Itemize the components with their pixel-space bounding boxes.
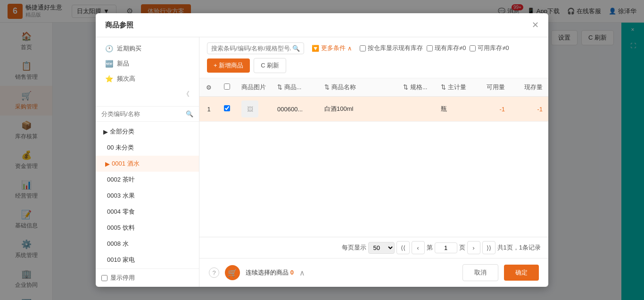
image-icon: 🖼 bbox=[247, 106, 253, 113]
th-name: ⇅ 商品名称 bbox=[319, 78, 397, 97]
row-index: 1 bbox=[199, 97, 218, 122]
cat-item-0001[interactable]: ▶ 0001 酒水 bbox=[96, 156, 199, 172]
modal-close-button[interactable]: ✕ bbox=[532, 20, 539, 30]
category-search: 🔍 bbox=[96, 107, 199, 122]
cat-item-all[interactable]: ▶ 全部分类 bbox=[96, 124, 199, 140]
clock-icon: 🕐 bbox=[105, 45, 113, 52]
add-product-button[interactable]: + 新增商品 bbox=[207, 58, 250, 73]
per-page-select[interactable]: 50 100 200 bbox=[368, 242, 395, 254]
cart-icon[interactable]: 🛒 bbox=[225, 265, 240, 280]
filter-stock-nonzero[interactable]: 现有库存≠0 bbox=[427, 44, 466, 52]
collapse-action-button[interactable]: ∧ bbox=[299, 268, 305, 277]
selected-label: 连续选择的商品 0 bbox=[246, 268, 294, 277]
sort-name-icon: ⇅ bbox=[324, 83, 330, 91]
row-checkbox-cell bbox=[218, 97, 236, 122]
modal-title: 商品参照 bbox=[105, 21, 133, 30]
settings-col-icon[interactable]: ⚙ bbox=[206, 84, 212, 91]
row-unit: 瓶 bbox=[435, 97, 473, 122]
cat-item-0010[interactable]: 0010 家电 bbox=[96, 252, 199, 268]
last-page-button[interactable]: ⟩⟩ bbox=[482, 241, 495, 254]
th-checkbox bbox=[218, 78, 236, 97]
collapse-left-button[interactable]: 《 bbox=[101, 86, 193, 102]
th-code: ⇅ 商品... bbox=[272, 78, 319, 97]
cat-item-00[interactable]: 00 未分类 bbox=[96, 140, 199, 156]
search-input[interactable] bbox=[211, 45, 290, 52]
cat-search-input[interactable] bbox=[101, 110, 183, 117]
cat-item-0004[interactable]: 0004 零食 bbox=[96, 204, 199, 220]
prev-page-button[interactable]: ‹ bbox=[412, 241, 425, 254]
product-image: 🖼 bbox=[241, 100, 258, 117]
quick-link-new[interactable]: 🆕 新品 bbox=[101, 56, 193, 71]
modal-body: 🕐 近期购买 🆕 新品 ⭐ 频次高 《 🔍 bbox=[96, 37, 548, 287]
selected-count: 0 bbox=[290, 269, 294, 276]
row-name: 白酒100ml bbox=[319, 97, 397, 122]
cat-search-icon[interactable]: 🔍 bbox=[186, 110, 193, 117]
search-box: 🔍 bbox=[207, 42, 304, 54]
cat-item-0005[interactable]: 0005 饮料 bbox=[96, 220, 199, 236]
modal: 商品参照 ✕ 🕐 近期购买 🆕 新品 ⭐ 频次高 bbox=[96, 13, 548, 287]
display-disabled-checkbox[interactable] bbox=[101, 275, 107, 281]
cancel-button[interactable]: 取消 bbox=[462, 264, 498, 281]
avail-nonzero-checkbox[interactable] bbox=[470, 45, 476, 51]
modal-right-panel: 🔍 🔽 更多条件 ∧ 按仓库显示现有库存 现有库存≠0 bbox=[199, 37, 548, 287]
pagination: 每页显示 50 100 200 ⟨⟨ ‹ 第 页 › ⟩⟩ 共1页，1 bbox=[199, 237, 548, 258]
th-img: 商品图片 bbox=[236, 78, 272, 97]
modal-header: 商品参照 ✕ bbox=[96, 13, 548, 37]
cat-item-0003[interactable]: 0003 水果 bbox=[96, 188, 199, 204]
th-avail: 可用量 bbox=[473, 78, 511, 97]
quick-link-recent[interactable]: 🕐 近期购买 bbox=[101, 41, 193, 56]
row-code: 000600... bbox=[272, 97, 319, 122]
refresh-button[interactable]: C 刷新 bbox=[254, 58, 286, 73]
page-input[interactable] bbox=[435, 242, 457, 253]
confirm-button[interactable]: 确定 bbox=[504, 265, 539, 281]
filter-avail-nonzero[interactable]: 可用库存≠0 bbox=[470, 44, 509, 52]
filter-by-warehouse[interactable]: 按仓库显示现有库存 bbox=[360, 44, 423, 52]
per-page-label: 每页显示 bbox=[342, 243, 366, 252]
category-list: ▶ 全部分类 00 未分类 ▶ 0001 酒水 0002 茶叶 0003 水果 bbox=[96, 122, 199, 268]
pagination-controls: 每页显示 50 100 200 ⟨⟨ ‹ 第 页 › ⟩⟩ 共1页，1 bbox=[342, 241, 541, 254]
sort-unit-icon: ⇅ bbox=[441, 83, 446, 91]
page-text: 第 bbox=[427, 243, 433, 252]
row-avail: -1 bbox=[473, 97, 511, 122]
warehouse-checkbox[interactable] bbox=[360, 45, 366, 51]
help-button[interactable]: ? bbox=[209, 267, 219, 278]
product-table: ⚙ 商品图片 ⇅ 商品... bbox=[199, 78, 548, 237]
row-stock: -1 bbox=[511, 97, 548, 122]
table-row[interactable]: 1 🖼 000600... 白酒100ml bbox=[199, 97, 548, 122]
filter-button[interactable]: 🔽 更多条件 ∧ bbox=[308, 42, 356, 54]
first-page-button[interactable]: ⟨⟨ bbox=[396, 241, 410, 254]
cat-item-0008[interactable]: 0008 水 bbox=[96, 236, 199, 252]
row-spec bbox=[397, 97, 435, 122]
th-settings: ⚙ bbox=[199, 78, 218, 97]
sort-spec-icon: ⇅ bbox=[403, 83, 408, 91]
display-disabled: 显示停用 bbox=[96, 268, 199, 287]
filter-icon: 🔽 bbox=[312, 45, 319, 52]
display-disabled-label[interactable]: 显示停用 bbox=[110, 274, 135, 282]
th-unit: ⇅ 主计量 bbox=[435, 78, 473, 97]
arrow-icon: ▶ bbox=[103, 128, 108, 135]
modal-action-bar: ? 🛒 连续选择的商品 0 ∧ 取消 确定 bbox=[199, 258, 548, 287]
new-icon: 🆕 bbox=[105, 60, 113, 67]
arrow-active-icon: ▶ bbox=[105, 160, 110, 167]
modal-overlay: 商品参照 ✕ 🕐 近期购买 🆕 新品 ⭐ 频次高 bbox=[0, 0, 644, 300]
cat-item-0002[interactable]: 0002 茶叶 bbox=[96, 172, 199, 188]
th-spec: ⇅ 规格... bbox=[397, 78, 435, 97]
th-stock: 现存量 bbox=[511, 78, 548, 97]
star-icon: ⭐ bbox=[105, 75, 113, 83]
next-page-button[interactable]: › bbox=[467, 241, 480, 254]
sort-icon: ⇅ bbox=[277, 83, 282, 91]
row-img-cell: 🖼 bbox=[236, 97, 272, 122]
page-unit: 页 bbox=[459, 243, 465, 252]
quick-link-frequent[interactable]: ⭐ 频次高 bbox=[101, 71, 193, 86]
select-all-checkbox[interactable] bbox=[224, 83, 230, 90]
search-icon[interactable]: 🔍 bbox=[292, 45, 300, 52]
modal-toolbar: 🔍 🔽 更多条件 ∧ 按仓库显示现有库存 现有库存≠0 bbox=[199, 37, 548, 78]
modal-left-panel: 🕐 近期购买 🆕 新品 ⭐ 频次高 《 🔍 bbox=[96, 37, 199, 287]
page-info: 共1页，1条记录 bbox=[497, 243, 541, 252]
quick-links: 🕐 近期购买 🆕 新品 ⭐ 频次高 《 bbox=[96, 37, 199, 107]
stock-nonzero-checkbox[interactable] bbox=[427, 45, 433, 51]
row-checkbox[interactable] bbox=[224, 105, 230, 111]
